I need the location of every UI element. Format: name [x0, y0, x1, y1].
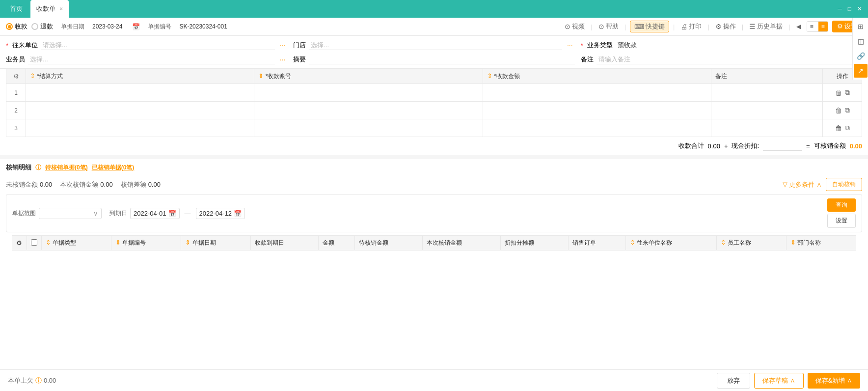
operate-btn[interactable]: ⚙ 操作 [713, 21, 738, 32]
query-btn[interactable]: 查询 [827, 198, 856, 212]
window-minimize-btn[interactable]: ─ [836, 4, 844, 13]
video-btn[interactable]: ⊙ 视频 [563, 21, 587, 32]
stat-diff: 核销差额 0.00 [121, 180, 161, 189]
active-tab[interactable]: 收款单 × [30, 0, 69, 18]
window-close-btn[interactable]: ✕ [855, 4, 864, 13]
list-view-btn[interactable]: ≡ [807, 22, 816, 31]
table-row: 1 🗑 ⧉ [6, 84, 862, 102]
settlement-cell-2[interactable] [26, 102, 254, 119]
copy-icon-2[interactable]: ⧉ [845, 106, 850, 114]
bottom-info-icon[interactable]: ⓘ [35, 376, 42, 385]
stat-current: 本次核销金额 0.00 [60, 180, 112, 189]
cal-icon-to: 📅 [234, 210, 242, 217]
col-gear: ⚙ [6, 69, 26, 84]
account-cell-3[interactable] [254, 119, 483, 137]
refund-radio[interactable]: 退款 [31, 22, 53, 31]
pending-link[interactable]: 待核销单据(0笔) [45, 164, 88, 172]
section-title-text: 核销明细 [6, 163, 31, 172]
more-filter-btn[interactable]: ▽ 更多条件 ∧ [783, 180, 822, 189]
delete-icon-1[interactable]: 🗑 [835, 89, 842, 97]
range-select[interactable]: ∨ [39, 208, 102, 219]
form-row-1: * 往来单位 ··· 门店 ··· * 业务类型 预收款 ∨ [6, 40, 862, 51]
settlement-cell-1[interactable] [26, 84, 254, 102]
tab-close-btn[interactable]: × [59, 5, 63, 12]
note-input[interactable] [597, 55, 862, 64]
verification-info-icon[interactable]: ⓘ [35, 164, 41, 172]
gear-icon[interactable]: ⚙ [13, 73, 19, 80]
verification-tabs: 待核销单据(0笔) 已核销单据(0笔) [45, 164, 134, 172]
right-panel-btn-3[interactable]: 🔗 [854, 49, 868, 63]
col-amount: 金额 [319, 236, 354, 251]
store-more-btn[interactable]: ··· [565, 41, 575, 49]
note-cell-3[interactable] [711, 119, 822, 137]
save-new-btn[interactable]: 保存&新增 ∧ [808, 373, 860, 389]
abandon-btn[interactable]: 放弃 [717, 373, 750, 389]
business-type-required: * [581, 42, 583, 49]
history-btn[interactable]: ☰ 历史单据 [747, 21, 785, 32]
account-cell-1[interactable] [254, 84, 483, 102]
unpaid-label: 未核销金额 [6, 180, 38, 189]
col-due-date: 收款到期日 [251, 236, 319, 251]
note-cell-2[interactable] [711, 102, 822, 119]
note-label: 备注 [581, 55, 594, 64]
print-btn[interactable]: 🖨 打印 [678, 21, 704, 32]
discount-input[interactable] [763, 141, 802, 151]
amount-cell-3[interactable] [483, 119, 711, 137]
tab-label: 收款单 [36, 4, 55, 13]
summary-row: 收款合计 0.00 + 现金折扣: = 可核销金额 0.00 [0, 137, 868, 155]
date-calendar-icon[interactable]: 📅 [132, 23, 140, 30]
summary-input[interactable] [309, 55, 574, 64]
table-row: 2 🗑 ⧉ [6, 102, 862, 119]
code-label: 单据编号 [148, 23, 171, 31]
amount-cell-1[interactable] [483, 84, 711, 102]
right-panel-btn-1[interactable]: ⊞ [854, 20, 868, 33]
counterparty-input[interactable] [41, 40, 275, 50]
filter-setting-btn[interactable]: 设置 [827, 214, 856, 228]
history-icon: ☰ [749, 23, 756, 30]
grid-view-btn[interactable]: ≡ [818, 22, 828, 31]
due-date-from[interactable]: 2022-04-01 📅 [130, 208, 180, 219]
stats-right-actions: ▽ 更多条件 ∧ 自动核销 [783, 178, 862, 191]
settlement-cell-3[interactable] [26, 119, 254, 137]
col-note: 备注 [711, 69, 822, 84]
help-btn[interactable]: ⊙ 帮助 [597, 21, 621, 32]
staff-input[interactable] [28, 55, 275, 64]
home-tab[interactable]: 首页 [4, 0, 28, 18]
right-panel-btn-2[interactable]: ◫ [854, 34, 868, 48]
code-value: SK-20230324-001 [179, 23, 227, 30]
range-label: 单据范围 [12, 209, 36, 218]
amount-cell-2[interactable] [483, 102, 711, 119]
delete-icon-2[interactable]: 🗑 [835, 107, 842, 114]
save-draft-btn[interactable]: 保存草稿 ∧ [754, 373, 804, 389]
account-cell-2[interactable] [254, 102, 483, 119]
shortcut-btn[interactable]: ⌨ 快捷键 [630, 21, 669, 32]
note-cell-1[interactable] [711, 84, 822, 102]
save-draft-label: 保存草稿 ∧ [762, 376, 795, 385]
store-input[interactable] [309, 40, 562, 50]
bottom-table: ⚙ ⇕ 单据类型 ⇕ 单据编号 [12, 235, 856, 251]
select-all-checkbox[interactable] [31, 239, 37, 246]
store-label: 门店 [293, 41, 306, 50]
staff-more-btn[interactable]: ··· [278, 56, 288, 63]
delete-icon-3[interactable]: 🗑 [835, 124, 842, 132]
refund-radio-circle [31, 23, 38, 30]
col-gear-bottom[interactable]: ⚙ [16, 239, 22, 247]
business-type-field: * 业务类型 预收款 ∨ [581, 40, 862, 51]
auto-verify-btn[interactable]: 自动核销 [826, 178, 862, 191]
due-date-to[interactable]: 2022-04-12 📅 [196, 208, 245, 219]
col-account-sort: ⇕ [258, 72, 264, 80]
note-field: 备注 [581, 55, 862, 64]
prev-btn[interactable]: ◀ [794, 22, 803, 31]
current-value: 0.00 [100, 181, 112, 188]
window-restore-btn[interactable]: □ [846, 4, 853, 13]
counterparty-more-btn[interactable]: ··· [278, 41, 288, 49]
copy-icon-1[interactable]: ⧉ [845, 88, 850, 97]
store-field: 门店 ··· [293, 40, 574, 50]
dept-sort: ⇕ [790, 239, 796, 246]
row-num-3: 3 [6, 119, 26, 137]
copy-icon-3[interactable]: ⧉ [845, 124, 850, 132]
right-panel-btn-4[interactable]: ↗ [854, 64, 868, 78]
done-link[interactable]: 已核销单据(0笔) [92, 164, 135, 172]
receipt-radio[interactable]: 收款 [6, 22, 27, 31]
col-checkbox-check [27, 236, 42, 251]
